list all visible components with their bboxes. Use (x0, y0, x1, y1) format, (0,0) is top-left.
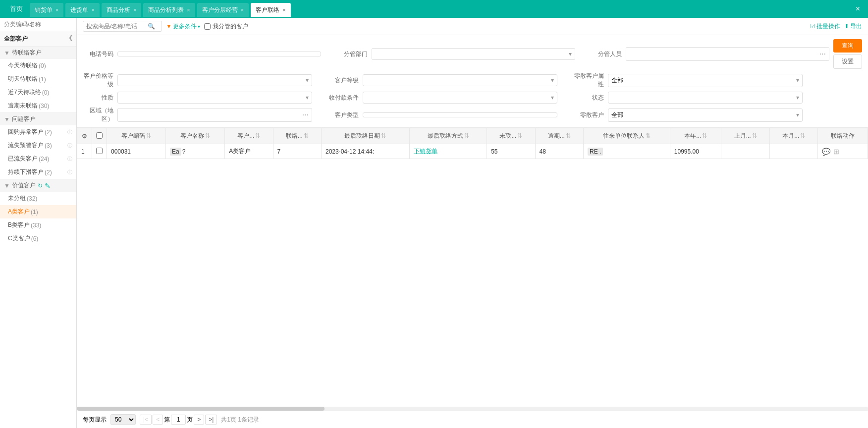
th-gear[interactable]: ⚙ (77, 128, 92, 144)
sort-overdue-icon[interactable]: ⇅ (566, 132, 571, 139)
retail-attr-input[interactable]: 全部 ▾ (608, 74, 803, 87)
sidebar-item-class-b[interactable]: B类客户(33) (0, 218, 76, 232)
info-icon3[interactable]: ⓘ (67, 156, 72, 162)
info-icon4[interactable]: ⓘ (67, 169, 72, 176)
select-all-checkbox[interactable] (96, 132, 103, 139)
price-level-input[interactable]: ▾ (117, 74, 312, 86)
person-input[interactable]: ··· (626, 47, 829, 61)
refresh-icon[interactable]: ↻ (38, 182, 43, 189)
sidebar-item-tomorrow[interactable]: 明天待联络(1) (0, 72, 76, 86)
sidebar-item-declining[interactable]: 持续下滑客户(2)ⓘ (0, 165, 76, 179)
search-icon[interactable]: 🔍 (148, 23, 155, 30)
td-last-method[interactable]: 下销货单 (409, 144, 487, 159)
content-area: 🔍 ▼ 更多条件 ▾ 我分管的客户 ☑ 批量操作 ⬆ 导出 (77, 18, 868, 428)
filter-row-4: 区域（地区） ··· 客户类型 零散客户 全部 ▾ (83, 107, 862, 123)
row-checkbox[interactable] (96, 148, 103, 154)
sort-level-icon[interactable]: ⇅ (255, 132, 260, 139)
first-page-btn[interactable]: |< (140, 415, 152, 425)
region-dots-icon[interactable]: ··· (302, 110, 309, 119)
sidebar-all-customers[interactable]: 全部客户 《 (0, 31, 76, 46)
setting-button[interactable]: 设置 (833, 54, 862, 69)
search-input[interactable] (86, 23, 146, 30)
last-method-link[interactable]: 下销货单 (414, 148, 437, 155)
last-page-btn[interactable]: >| (205, 415, 217, 425)
horizontal-scrollbar[interactable] (77, 407, 868, 411)
close-tab-customer-contact[interactable]: × (282, 7, 285, 13)
my-customers-checkbox[interactable] (204, 23, 211, 30)
sidebar-item-class-a[interactable]: A类客户(1) (0, 205, 76, 218)
sort-contact-icon[interactable]: ⇅ (304, 132, 309, 139)
section-problem[interactable]: ▼ 问题客户 (0, 112, 76, 125)
sidebar-item-ungrouped[interactable]: 未分组(32) (0, 192, 76, 205)
prev-page-btn[interactable]: < (153, 415, 163, 425)
retail-customer-input[interactable]: 全部 ▾ (608, 108, 803, 122)
batch-op-label: 批量操作 (816, 22, 840, 31)
close-tab-purchase[interactable]: × (91, 7, 94, 13)
scrollbar-thumb[interactable] (77, 407, 325, 411)
nav-tab-analysis[interactable]: 商品分析 × (102, 3, 141, 17)
sort-method-icon[interactable]: ⇅ (464, 132, 469, 139)
dept-input[interactable]: ▾ (372, 48, 575, 60)
sidebar-item-overdue[interactable]: 逾期未联络(30) (0, 99, 76, 112)
dots-icon[interactable]: ··· (819, 50, 826, 58)
table-header-row: ⚙ 客户编码⇅ 客户名称⇅ 客户...⇅ 联络...⇅ 最后联络日期⇅ 最后联络… (77, 128, 868, 144)
nav-tab-customer-segment[interactable]: 客户分层经营 × (197, 3, 249, 17)
info-icon2[interactable]: ⓘ (67, 142, 72, 149)
sort-month-icon[interactable]: ⇅ (800, 132, 805, 139)
gear-icon[interactable]: ⚙ (82, 133, 87, 140)
sidebar-item-today[interactable]: 今天待联络(0) (0, 59, 76, 72)
close-all-tabs[interactable]: × (852, 4, 864, 13)
close-tab-customer-segment[interactable]: × (241, 7, 244, 13)
chat-icon[interactable]: 💬 (822, 148, 830, 156)
status-input[interactable]: ▾ (608, 92, 803, 104)
nav-tab-sales[interactable]: 销货单 × (30, 3, 63, 17)
query-button[interactable]: 查询 (833, 39, 862, 53)
page-number-input[interactable] (171, 415, 186, 425)
my-customers-label: 我分管的客户 (213, 22, 248, 31)
td-checkbox[interactable] (92, 144, 107, 159)
td-action[interactable]: 💬 ⊞ (818, 144, 868, 159)
sort-code-icon[interactable]: ⇅ (146, 132, 151, 139)
sort-year-icon[interactable]: ⇅ (702, 132, 707, 139)
sidebar-item-class-c[interactable]: C类客户(6) (0, 232, 76, 245)
phone-input[interactable] (117, 52, 321, 56)
grid-icon[interactable]: ⊞ (833, 148, 839, 156)
filter-more-btn[interactable]: ▼ 更多条件 ▾ (166, 22, 200, 31)
close-tab-analysis-list[interactable]: × (187, 7, 190, 13)
sidebar-item-7days[interactable]: 近7天待联络(0) (0, 86, 76, 99)
sidebar-search-input[interactable] (4, 21, 77, 28)
section-pending[interactable]: ▼ 待联络客户 (0, 46, 76, 59)
export-btn[interactable]: ⬆ 导出 (844, 22, 862, 31)
edit-icon[interactable]: ✎ (45, 182, 51, 190)
customer-level-input[interactable]: ▾ (363, 74, 557, 86)
next-page-btn[interactable]: > (194, 415, 204, 425)
close-tab-sales[interactable]: × (55, 7, 58, 13)
payment-input[interactable]: ▾ (363, 92, 557, 104)
nav-tab-purchase[interactable]: 进货单 × (65, 3, 99, 17)
payment-label: 收付款条件 (328, 94, 363, 102)
nature-input[interactable]: ▾ (117, 92, 312, 104)
my-customers-filter[interactable]: 我分管的客户 (204, 22, 248, 31)
nav-tab-analysis-list[interactable]: 商品分析列表 × (143, 3, 195, 17)
region-input[interactable]: ··· (117, 108, 312, 122)
close-tab-analysis[interactable]: × (133, 7, 136, 13)
sort-not-contacted-icon[interactable]: ⇅ (517, 132, 522, 139)
nav-tab-customer-contact[interactable]: 客户联络 × (251, 3, 290, 17)
sort-lmonth-icon[interactable]: ⇅ (752, 132, 757, 139)
sidebar-collapse-icon[interactable]: 《 (65, 34, 72, 43)
nav-home[interactable]: 首页 (4, 0, 29, 18)
sidebar-item-repurchase-abnormal[interactable]: 回购异常客户(2)ⓘ (0, 125, 76, 139)
sort-name-icon[interactable]: ⇅ (205, 132, 210, 139)
th-checkbox[interactable] (92, 128, 107, 144)
page-size-select[interactable]: 50 100 200 (110, 414, 136, 425)
batch-op-icon: ☑ (810, 23, 815, 30)
customer-type-input[interactable] (363, 112, 557, 117)
sidebar-item-churn-warning[interactable]: 流失预警客户(3)ⓘ (0, 139, 76, 152)
sort-unit-icon[interactable]: ⇅ (646, 132, 651, 139)
batch-op-btn[interactable]: ☑ 批量操作 (810, 22, 840, 31)
sidebar-item-churned[interactable]: 已流失客户(24)ⓘ (0, 152, 76, 165)
filter-cell-customer-type: 客户类型 (328, 111, 557, 119)
info-icon1[interactable]: ⓘ (67, 129, 72, 136)
sort-date-icon[interactable]: ⇅ (381, 132, 386, 139)
section-value[interactable]: ▼ 价值客户 ↻ ✎ (0, 179, 76, 192)
